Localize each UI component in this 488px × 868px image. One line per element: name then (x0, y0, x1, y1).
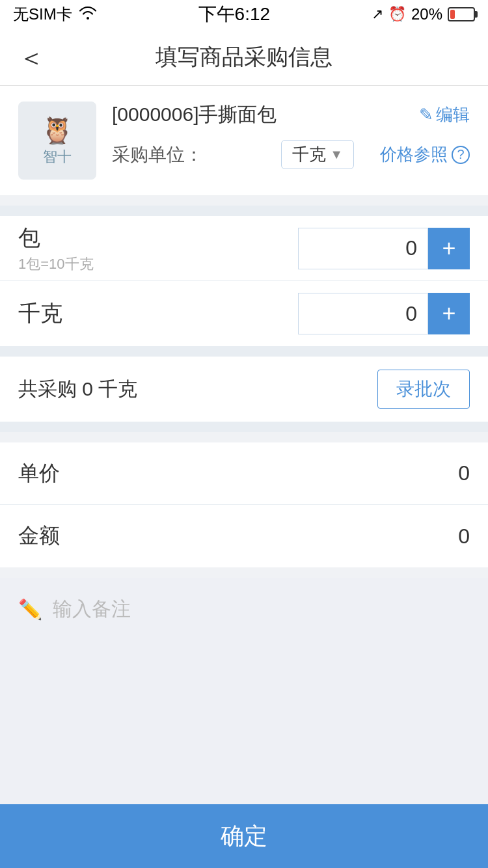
product-name: [0000006]手撕面包 (112, 102, 277, 128)
amount-label: 金额 (18, 522, 60, 550)
product-card: 🦉 智十 [0000006]手撕面包 ✎ 编辑 采购单位： 千克 ▼ (0, 86, 488, 195)
bao-plus-button[interactable]: + (428, 228, 470, 269)
price-ref-label: 价格参照 (380, 143, 448, 166)
battery-percent: 20% (411, 5, 442, 23)
bao-label: 包 (18, 223, 96, 253)
alarm-icon: ⏰ (388, 6, 406, 23)
price-ref-button[interactable]: 价格参照 ? (380, 143, 470, 166)
summary-row: 共采购 0 千克 录批次 (0, 357, 488, 422)
back-button[interactable]: ＜ (18, 44, 44, 70)
edit-label: 编辑 (436, 103, 470, 126)
kg-label-group: 千克 (18, 299, 96, 329)
price-section: 单价 0 金额 0 (0, 442, 488, 567)
status-bar-right: ↗ ⏰ 20% (372, 5, 475, 23)
remark-section[interactable]: ✏️ 输入备注 (0, 578, 488, 641)
edit-button[interactable]: ✎ 编辑 (419, 103, 470, 126)
carrier-text: 无SIM卡 (13, 4, 72, 25)
kg-input[interactable]: 0 (298, 293, 428, 334)
amount-row: 金额 0 (0, 505, 488, 567)
confirm-button[interactable]: 确定 (0, 804, 488, 868)
product-name-row: [0000006]手撕面包 ✎ 编辑 (112, 102, 470, 128)
status-bar-left: 无SIM卡 (13, 4, 97, 25)
unit-select[interactable]: 千克 ▼ (281, 140, 354, 169)
status-bar-time: 下午6:12 (198, 2, 271, 27)
edit-icon: ✎ (419, 105, 433, 125)
nav-bar: ＜ 填写商品采购信息 (0, 29, 488, 86)
remark-placeholder: 输入备注 (53, 596, 131, 623)
battery-icon (448, 7, 475, 21)
kg-label: 千克 (18, 299, 96, 329)
kg-input-right: 0 + (96, 293, 470, 334)
kg-input-row: 千克 0 + (0, 281, 488, 346)
input-section: 包 1包=10千克 0 + 千克 0 + (0, 216, 488, 346)
pencil-icon: ✏️ (18, 598, 42, 621)
unit-value: 千克 (292, 143, 326, 166)
brand-text: 智十 (43, 147, 72, 167)
help-icon: ? (452, 146, 470, 164)
product-image: 🦉 智十 (18, 102, 96, 180)
bao-input-row: 包 1包=10千克 0 + (0, 216, 488, 281)
bao-input[interactable]: 0 (298, 228, 428, 269)
unit-label: 采购单位： (112, 142, 203, 167)
main-content: 🦉 智十 [0000006]手撕面包 ✎ 编辑 采购单位： 千克 ▼ (0, 86, 488, 868)
page-title: 填写商品采购信息 (156, 42, 332, 72)
unit-price-label: 单价 (18, 459, 60, 488)
section-separator-3 (0, 422, 488, 432)
summary-text: 共采购 0 千克 (18, 376, 137, 403)
section-separator-1 (0, 206, 488, 216)
bao-sublabel: 1包=10千克 (18, 254, 96, 274)
bao-input-right: 0 + (96, 228, 470, 269)
owl-icon: 🦉 (41, 115, 74, 146)
unit-price-value: 0 (458, 461, 470, 485)
location-icon: ↗ (372, 6, 383, 23)
unit-price-row: 单价 0 (0, 442, 488, 505)
product-info: [0000006]手撕面包 ✎ 编辑 采购单位： 千克 ▼ 价格参照 ? (112, 102, 470, 169)
amount-value: 0 (458, 524, 470, 549)
dropdown-arrow-icon: ▼ (330, 147, 343, 162)
section-separator-2 (0, 346, 488, 357)
status-bar: 无SIM卡 下午6:12 ↗ ⏰ 20% (0, 0, 488, 29)
batch-button[interactable]: 录批次 (377, 370, 470, 409)
wifi-icon (79, 5, 97, 23)
bao-label-group: 包 1包=10千克 (18, 223, 96, 274)
kg-plus-button[interactable]: + (428, 293, 470, 334)
product-unit-row: 采购单位： 千克 ▼ 价格参照 ? (112, 140, 470, 169)
